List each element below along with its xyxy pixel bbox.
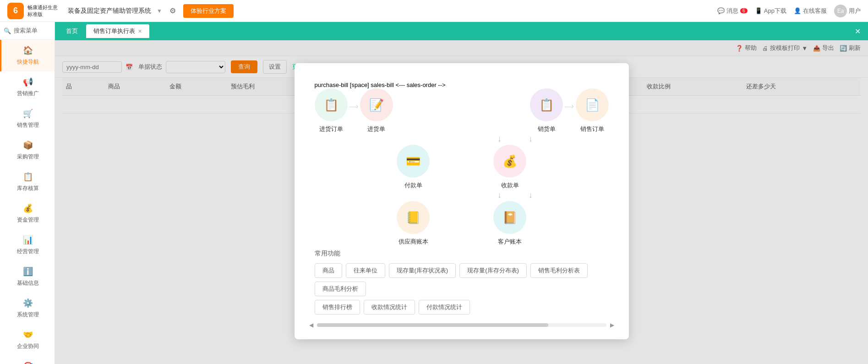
system-dropdown-arrow[interactable]: ▼ (157, 8, 162, 14)
top-bar-left: 6 畅康通好生意 标准版 装备及固定资产辅助管理系统 ▼ ⚙ 体验行业方案 (7, 3, 234, 19)
scroll-left-arrow[interactable]: ◀ (307, 322, 315, 328)
customer-account-icon: 📔 (493, 201, 526, 234)
cooperation-icon: 🤝 (23, 330, 33, 340)
node-purchase-order: 📋 进货订单 (315, 88, 348, 133)
purchase-order-icon: 📋 (315, 88, 348, 121)
system-icon: ⚙️ (23, 298, 33, 308)
app-download-btn[interactable]: 📱 App下载 (755, 7, 786, 15)
payment-bill-icon: 💳 (397, 145, 430, 178)
message-badge: 6 (740, 8, 748, 13)
new-guide-icon: 🎯 (23, 361, 33, 364)
tab-close-icon[interactable]: ✕ (138, 28, 142, 34)
node-supplier-account: 📒 供应商账本 (397, 201, 430, 246)
node-customer-account: 📔 客户账本 (493, 201, 526, 246)
node-receipt-bill: 💰 收款单 (493, 145, 526, 190)
btn-goods-profit[interactable]: 商品毛利分析 (315, 282, 366, 296)
sidebar-item-operations[interactable]: 📊 经营管理 (0, 229, 55, 261)
tab-home[interactable]: 首页 (59, 24, 85, 38)
service-icon: 👤 (794, 7, 801, 14)
logo-icon: 6 (7, 3, 24, 19)
down-arrow-payment: ↓ (484, 190, 515, 200)
btn-goods[interactable]: 商品 (315, 263, 342, 278)
common-btns-row1: 商品 往来单位 现存量(库存状况表) 现存量(库存分布表) 销售毛利分析表 商品… (315, 263, 609, 296)
sidebar-item-basic-info[interactable]: ℹ️ 基础信息 (0, 261, 55, 293)
sidebar-item-finance[interactable]: 💰 资金管理 (0, 198, 55, 229)
down-arrow-sales: ↓ (515, 134, 546, 144)
online-service-btn[interactable]: 👤 在线客服 (794, 7, 827, 15)
btn-counterpart[interactable]: 往来单位 (346, 263, 385, 278)
purchase-icon: 📦 (23, 140, 33, 150)
btn-payment-stats[interactable]: 付款情况统计 (419, 300, 470, 315)
operations-icon: 📊 (23, 235, 33, 245)
tab-bar: 首页 销售订单执行表 ✕ ✕ (55, 22, 868, 40)
purchase-bill-icon: 📝 (360, 88, 393, 121)
inventory-icon: 📋 (23, 172, 33, 182)
tab-sales-order-exec[interactable]: 销售订单执行表 ✕ (86, 24, 149, 38)
scroll-right-arrow[interactable]: ▶ (608, 322, 616, 328)
flow-diagram: purchase-bill [space] sales-bill <--- sa… (306, 74, 618, 246)
main-area: 🔍 搜索菜单 🏠 快捷导航 📢 营销推广 🛒 销售管理 📦 采购管理 📋 (0, 22, 868, 364)
purchase-order-label: 进货订单 (319, 125, 343, 133)
common-btns-row2: 销售排行榜 收款情况统计 付款情况统计 (315, 300, 609, 315)
gear-icon[interactable]: ⚙ (168, 5, 178, 17)
receipt-bill-icon: 💰 (493, 145, 526, 178)
experience-btn[interactable]: 体验行业方案 (183, 4, 234, 18)
sidebar-item-cooperation[interactable]: 🤝 企业协同 (0, 324, 55, 356)
modal-scrollbar: ◀ ▶ (306, 322, 618, 328)
sidebar-item-purchase[interactable]: 📦 采购管理 (0, 135, 55, 166)
purchase-bill-label: 进货单 (367, 125, 385, 133)
btn-inventory-dist[interactable]: 现存量(库存分布表) (459, 263, 527, 278)
common-functions-title: 常用功能 (315, 250, 609, 258)
scroll-thumb[interactable] (317, 323, 549, 327)
sidebar-search[interactable]: 🔍 搜索菜单 (0, 22, 55, 40)
finance-icon: 💰 (23, 203, 33, 213)
top-bar-right: 💬 消息 6 📱 App下载 👤 在线客服 Ea 用户 (717, 5, 861, 17)
node-payment-bill: 💳 付款单 (397, 145, 430, 190)
btn-receipt-stats[interactable]: 收款情况统计 (364, 300, 415, 315)
node-sales-order: 📄 销售订单 (576, 88, 609, 133)
sidebar-item-system[interactable]: ⚙️ 系统管理 (0, 293, 55, 324)
search-icon: 🔍 (4, 27, 11, 34)
system-title: 装备及固定资产辅助管理系统 (68, 7, 151, 15)
sidebar-item-sales[interactable]: 🛒 销售管理 (0, 103, 55, 135)
sidebar-item-new-guide[interactable]: 🎯 新手引导 (0, 356, 55, 364)
node-sales-bill: 📋 销货单 (530, 88, 563, 133)
common-functions-section: 常用功能 商品 往来单位 现存量(库存状况表) 现存量(库存分布表) 销售毛利分… (306, 250, 618, 315)
supplier-account-icon: 📒 (397, 201, 430, 234)
scroll-track (317, 323, 606, 327)
sidebar: 🔍 搜索菜单 🏠 快捷导航 📢 营销推广 🛒 销售管理 📦 采购管理 📋 (0, 22, 55, 364)
sales-icon: 🛒 (23, 109, 33, 119)
tab-bar-close-icon[interactable]: ✕ (851, 25, 864, 38)
sidebar-item-inventory[interactable]: 📋 库存核算 (0, 166, 55, 198)
sales-order-icon: 📄 (576, 88, 609, 121)
user-menu[interactable]: Ea 用户 (834, 5, 861, 17)
marketing-icon: 📢 (23, 77, 33, 87)
btn-sales-ranking[interactable]: 销售排行榜 (315, 300, 360, 315)
app-container: 6 畅康通好生意 标准版 装备及固定资产辅助管理系统 ▼ ⚙ 体验行业方案 💬 … (0, 0, 868, 364)
logo-text: 畅康通好生意 标准版 (27, 4, 58, 17)
btn-sales-profit[interactable]: 销售毛利分析表 (530, 263, 588, 278)
download-icon: 📱 (755, 7, 762, 14)
content-area: 首页 销售订单执行表 ✕ ✕ ❓ 帮助 🖨 按 (55, 22, 868, 364)
sidebar-item-quick-nav[interactable]: 🏠 快捷导航 (0, 40, 55, 71)
payment-bill-label: 付款单 (404, 181, 422, 190)
receipt-bill-label: 收款单 (501, 181, 519, 190)
message-btn[interactable]: 💬 消息 6 (717, 7, 748, 15)
customer-account-label: 客户账本 (498, 238, 522, 246)
sales-bill-icon: 📋 (530, 88, 563, 121)
quick-nav-icon: 🏠 (23, 45, 33, 55)
sidebar-item-marketing[interactable]: 📢 营销推广 (0, 71, 55, 103)
sales-order-label: 销售订单 (580, 125, 604, 133)
message-icon: 💬 (717, 7, 725, 14)
down-arrow-receipt: ↓ (515, 190, 546, 200)
logo-area: 6 畅康通好生意 标准版 (7, 3, 62, 19)
basic-info-icon: ℹ️ (23, 266, 33, 277)
sales-bill-label: 销货单 (538, 125, 556, 133)
avatar: Ea (834, 5, 847, 17)
quick-nav-modal: purchase-bill [space] sales-bill <--- sa… (295, 63, 629, 339)
down-arrow-purchase: ↓ (484, 134, 515, 144)
top-bar: 6 畅康通好生意 标准版 装备及固定资产辅助管理系统 ▼ ⚙ 体验行业方案 💬 … (0, 0, 868, 22)
btn-inventory-status[interactable]: 现存量(库存状况表) (389, 263, 456, 278)
scroll-controls: ◀ ▶ (307, 322, 616, 328)
node-purchase-bill: 📝 进货单 (360, 88, 393, 133)
